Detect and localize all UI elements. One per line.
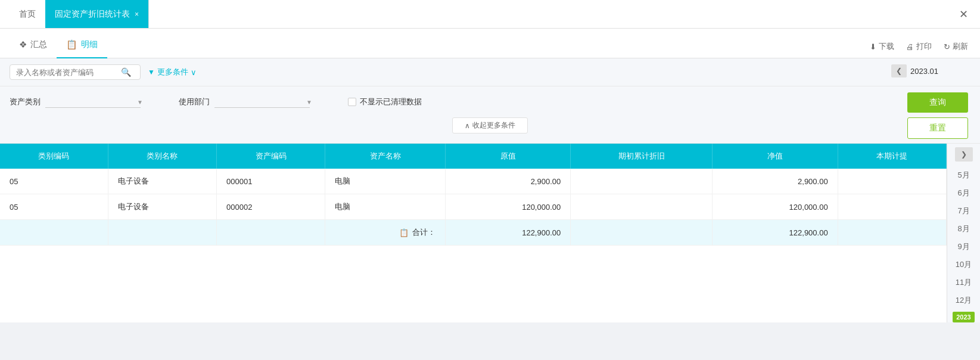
table-header-row: 类别编码 类别名称 资产编码 资产名称 原值 期初累计折旧 净值 本期计提: [0, 144, 947, 169]
total-accumulated-dep: [571, 220, 713, 246]
total-current-dep: [838, 220, 946, 246]
th-asset-name: 资产名称: [325, 144, 446, 169]
side-month-12[interactable]: 12月: [947, 291, 980, 309]
cell-accumulated-dep: [571, 194, 713, 220]
th-category-name: 类别名称: [108, 144, 216, 169]
month-9-label: 9月: [957, 242, 969, 251]
collapse-bar: ∧ 收起更多条件: [10, 113, 970, 138]
cell-asset-code: 000001: [217, 169, 325, 194]
side-month-9[interactable]: 9月: [947, 238, 980, 256]
cell-original-value: 120,000.00: [445, 194, 570, 220]
cell-category-name: 电子设备: [108, 169, 216, 194]
tab-detail[interactable]: 📋 明细: [57, 32, 107, 58]
collapse-button[interactable]: ∧ 收起更多条件: [452, 117, 528, 134]
sub-tabs-bar: ❖ 汇总 📋 明细 ⬇ 下载 🖨 打印 ↻ 刷新: [0, 29, 980, 58]
side-year-badge[interactable]: 2023: [953, 312, 974, 322]
search-input-wrap[interactable]: 🔍: [10, 64, 141, 80]
use-department-select[interactable]: [214, 96, 310, 108]
chevron-right-icon: ❯: [961, 150, 967, 159]
th-accumulated-depreciation: 期初累计折旧: [571, 144, 713, 169]
filter-asset-category: 资产类别 ▼: [10, 96, 164, 108]
nav-tab-label: 固定资产折旧统计表: [55, 9, 130, 20]
side-month-10[interactable]: 10月: [947, 256, 980, 274]
filter-use-department: 使用部门 ▼: [179, 96, 334, 108]
tab-close-button[interactable]: ×: [135, 10, 139, 18]
month-10-label: 10月: [956, 260, 972, 269]
cell-category-code: 05: [0, 169, 108, 194]
print-label: 打印: [916, 41, 932, 52]
summary-icon: ❖: [19, 39, 27, 50]
month-12-label: 12月: [956, 296, 972, 305]
filter-area: 资产类别 ▼ 使用部门 ▼ 不显示已清理数据 查询 重置 ∧ 收起更多条件: [0, 86, 980, 144]
search-area: 🔍 ▼ 更多条件 ∨ ❮ 2023.01: [0, 58, 980, 86]
cell-net-value: 120,000.00: [713, 194, 838, 220]
query-button[interactable]: 查询: [907, 92, 968, 113]
date-prev-button[interactable]: ❮: [891, 64, 907, 77]
search-input[interactable]: [16, 68, 117, 77]
th-original-value: 原值: [445, 144, 570, 169]
tab-summary[interactable]: ❖ 汇总: [10, 32, 57, 58]
filter-actions: 查询 重置: [907, 92, 968, 139]
refresh-icon: ↻: [944, 42, 950, 51]
refresh-button[interactable]: ↻ 刷新: [944, 41, 968, 52]
hide-cleared-checkbox[interactable]: [348, 98, 356, 106]
chevron-down-icon: ∨: [191, 68, 197, 77]
table-row: 05 电子设备 000002 电脑 120,000.00 120,000.00: [0, 194, 947, 220]
hide-cleared-label: 不显示已清理数据: [360, 97, 422, 107]
cell-category-name: 电子设备: [108, 194, 216, 220]
cell-original-value: 2,900.00: [445, 169, 570, 194]
filter-row: 资产类别 ▼ 使用部门 ▼ 不显示已清理数据: [10, 96, 970, 108]
month-6-label: 6月: [957, 188, 969, 197]
main-area: 类别编码 类别名称 资产编码 资产名称 原值 期初累计折旧 净值 本期计提 05…: [0, 144, 980, 322]
more-conditions-button[interactable]: ▼ 更多条件 ∨: [148, 67, 197, 77]
asset-category-select[interactable]: [45, 96, 141, 108]
month-7-label: 7月: [957, 206, 969, 215]
th-category-code: 类别编码: [0, 144, 108, 169]
top-nav: 首页 固定资产折旧统计表 × ✕: [0, 0, 980, 29]
window-close-button[interactable]: ✕: [959, 8, 968, 21]
download-label: 下载: [879, 41, 894, 52]
hide-cleared-checkbox-item[interactable]: 不显示已清理数据: [348, 97, 422, 107]
total-empty-1: [0, 220, 108, 246]
total-label-cell: 📋 合计：: [325, 220, 446, 246]
table-total-row: 📋 合计： 122,900.00 122,900.00: [0, 220, 947, 246]
search-icon: 🔍: [121, 67, 131, 77]
month-11-label: 11月: [956, 278, 972, 287]
asset-category-label: 资产类别: [10, 97, 41, 107]
search-bar: 🔍 ▼ 更多条件 ∨: [0, 58, 980, 86]
total-label-text: 合计：: [412, 227, 435, 238]
cell-current-dep: [838, 194, 946, 220]
cell-category-code: 05: [0, 194, 108, 220]
total-empty-2: [108, 220, 216, 246]
side-month-11[interactable]: 11月: [947, 274, 980, 291]
download-button[interactable]: ⬇ 下载: [870, 41, 894, 52]
download-icon: ⬇: [870, 42, 876, 51]
print-icon: 🖨: [906, 42, 914, 51]
nav-home[interactable]: 首页: [10, 9, 45, 20]
table-container: 类别编码 类别名称 资产编码 资产名称 原值 期初累计折旧 净值 本期计提 05…: [0, 144, 947, 246]
filter-icon: ▼: [148, 68, 155, 76]
cell-net-value: 2,900.00: [713, 169, 838, 194]
detail-icon: 📋: [66, 39, 77, 50]
side-collapse-button[interactable]: ❯: [955, 147, 973, 162]
th-current-depreciation: 本期计提: [838, 144, 946, 169]
th-net-value: 净值: [713, 144, 838, 169]
th-asset-code: 资产编码: [217, 144, 325, 169]
chevron-up-icon: ∧: [465, 122, 470, 130]
content-wrapper: 类别编码 类别名称 资产编码 资产名称 原值 期初累计折旧 净值 本期计提 05…: [0, 144, 947, 322]
tab-summary-label: 汇总: [30, 39, 47, 50]
toolbar-right: ⬇ 下载 🖨 打印 ↻ 刷新: [870, 41, 968, 52]
side-month-8[interactable]: 8月: [947, 220, 980, 238]
reset-button[interactable]: 重置: [907, 117, 968, 139]
side-month-7[interactable]: 7月: [947, 202, 980, 220]
print-button[interactable]: 🖨 打印: [906, 41, 932, 52]
side-panel: ❯ 5月 6月 7月 8月 9月 10月 11月 12月 2023: [947, 144, 980, 322]
use-department-label: 使用部门: [179, 97, 210, 107]
nav-tab-active[interactable]: 固定资产折旧统计表 ×: [45, 0, 149, 28]
side-month-5[interactable]: 5月: [947, 166, 980, 184]
more-conditions-label: 更多条件: [157, 67, 188, 77]
year-label: 2023: [956, 314, 970, 321]
month-8-label: 8月: [957, 224, 969, 233]
tab-detail-label: 明细: [81, 39, 98, 50]
side-month-6[interactable]: 6月: [947, 184, 980, 202]
